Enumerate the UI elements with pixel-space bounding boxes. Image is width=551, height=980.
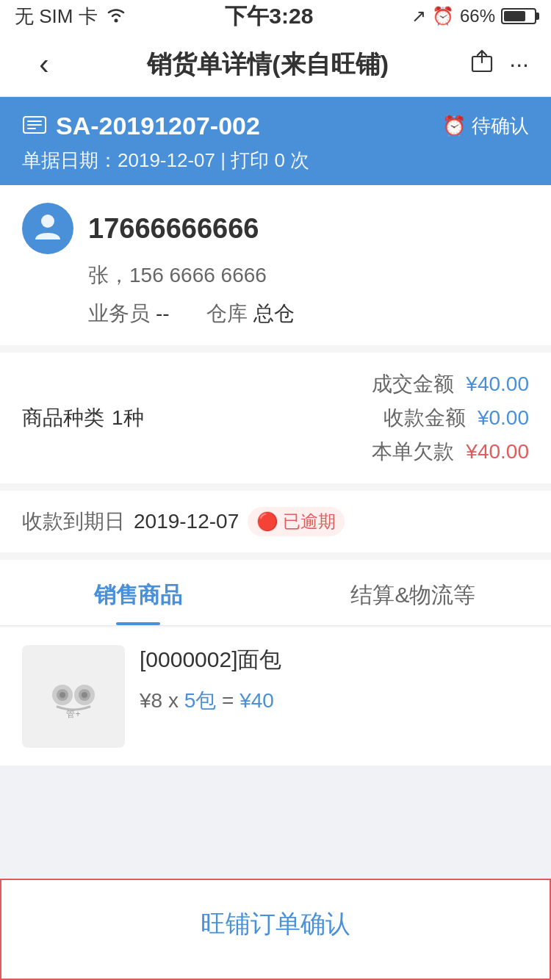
warehouse-value: 总仓 [253,300,295,328]
type-label: 商品种类 [22,404,104,432]
received-value: ¥0.00 [478,406,529,430]
share-icon[interactable] [469,49,494,80]
date-label: 单据日期： [22,149,118,171]
svg-point-8 [60,692,65,698]
status-clock-icon: ⏰ [442,115,466,137]
amount-value: ¥40.00 [466,372,529,396]
back-icon: ‹ [39,48,48,81]
product-section: 管+ [0000002]面包 ¥8 x 5包 = ¥40 [0,627,551,765]
svg-point-3 [41,215,54,228]
print-label: 打印 [231,149,269,171]
amount-summary: 成交金额 ¥40.00 收款金额 ¥0.00 本单欠款 ¥40.00 [372,370,529,466]
sales-value: -- [156,302,170,325]
print-unit: 次 [290,149,309,171]
due-date-section: 收款到期日 2019-12-07 🔴 已逾期 [0,491,551,552]
customer-section: 17666666666 张，156 6666 6666 业务员 -- 仓库 总仓 [0,185,551,345]
status-text: 待确认 [472,113,529,139]
location-icon: ↗ [411,6,426,26]
amount-row: 成交金额 ¥40.00 [372,370,529,398]
separator: | [220,149,226,171]
nav-actions: ··· [469,49,529,80]
alarm-icon: ⏰ [432,6,454,26]
price-equals: = [222,689,240,712]
price-total: ¥40 [240,689,274,712]
summary-section: 商品种类 1种 成交金额 ¥40.00 收款金额 ¥0.00 本单欠款 ¥40.… [0,353,551,483]
carrier-label: 无 SIM 卡 [15,4,98,29]
svg-point-9 [82,692,87,698]
product-price-row: ¥8 x 5包 = ¥40 [140,687,529,715]
time-display: 下午3:28 [225,1,313,32]
order-id-icon [22,112,47,140]
nav-bar: ‹ 销货单详情(来自旺铺) ··· [0,32,551,97]
status-left: 无 SIM 卡 [15,4,127,29]
type-count: 1种 [112,404,144,432]
order-id-row: SA-20191207-002 [22,112,260,140]
tab-sales-goods-label: 销售商品 [94,583,182,607]
confirm-button-wrap: 旺铺订单确认 [0,879,551,980]
price-unit: ¥8 [140,689,162,712]
order-date-line: 单据日期：2019-12-07 | 打印 0 次 [22,148,529,173]
tabs-row: 销售商品 结算&物流等 [0,560,551,626]
customer-contact: 张，156 6666 6666 [88,262,529,289]
order-date: 2019-12-07 [118,149,215,171]
print-count: 0 [274,149,284,171]
sales-label: 业务员 [88,300,150,328]
status-right: ↗ ⏰ 66% [411,6,536,26]
product-thumbnail: 管+ [22,645,125,748]
price-separator: x [168,689,184,712]
tab-settlement[interactable]: 结算&物流等 [276,560,551,625]
overdue-icon: 🔴 [256,511,278,532]
svg-point-0 [114,18,118,22]
status-bar: 无 SIM 卡 下午3:28 ↗ ⏰ 66% [0,0,551,32]
page-title: 销货单详情(来自旺铺) [66,48,469,82]
amount-label: 成交金额 [372,370,454,398]
person-icon [32,210,63,248]
received-label: 收款金额 [383,404,466,432]
overdue-text: 已逾期 [283,510,336,533]
overdue-badge: 🔴 已逾期 [248,507,345,536]
owed-label: 本单欠款 [372,438,454,466]
tabs-section: 销售商品 结算&物流等 [0,560,551,626]
svg-text:管+: 管+ [66,709,80,718]
tab-settlement-label: 结算&物流等 [350,583,475,607]
product-info: [0000002]面包 ¥8 x 5包 = ¥40 [140,645,529,715]
customer-phone: 17666666666 [88,213,259,245]
order-id-text: SA-20191207-002 [56,112,260,140]
confirm-button-label: 旺铺订单确认 [201,907,350,941]
price-quantity: 5包 [184,689,217,712]
more-icon[interactable]: ··· [509,51,529,78]
customer-meta: 业务员 -- 仓库 总仓 [88,300,529,328]
tab-sales-goods[interactable]: 销售商品 [0,560,276,625]
order-banner: SA-20191207-002 ⏰ 待确认 单据日期：2019-12-07 | … [0,97,551,185]
back-button[interactable]: ‹ [22,43,66,87]
due-label: 收款到期日 [22,508,125,536]
owed-row: 本单欠款 ¥40.00 [372,438,529,466]
warehouse-item: 仓库 总仓 [206,300,295,328]
wifi-icon [105,5,127,28]
owed-value: ¥40.00 [466,440,529,464]
received-row: 收款金额 ¥0.00 [383,404,529,432]
avatar [22,203,73,254]
product-type-summary: 商品种类 1种 [22,370,144,466]
order-status: ⏰ 待确认 [442,113,529,139]
confirm-order-button[interactable]: 旺铺订单确认 [24,892,527,956]
due-date-value: 2019-12-07 [134,510,239,533]
sales-item: 业务员 -- [88,300,170,328]
warehouse-label: 仓库 [206,300,248,328]
battery-percent: 66% [460,6,495,26]
battery-indicator [501,8,536,24]
product-name: [0000002]面包 [140,645,529,675]
